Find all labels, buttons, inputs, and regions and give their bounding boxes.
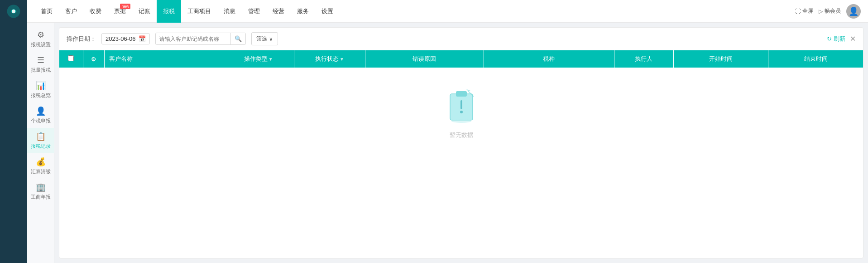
refresh-icon: ↻ bbox=[827, 35, 832, 42]
nav-item-首页[interactable]: 首页 bbox=[34, 0, 59, 23]
fullscreen-btn[interactable]: ⛶ 全屏 bbox=[795, 7, 813, 15]
sub-sidebar-label-3: 个税申报 bbox=[31, 117, 51, 124]
main-area: 首页客户收费票据new记账报税工商项目消息管理经营服务设置 ⛶ 全屏 ▷ 畅会员… bbox=[27, 0, 868, 263]
th-name: 客户名称 bbox=[104, 50, 223, 68]
svg-rect-3 bbox=[456, 91, 467, 97]
nav-item-票据[interactable]: 票据new bbox=[108, 0, 132, 23]
fullscreen-label: 全屏 bbox=[802, 7, 813, 15]
empty-icon bbox=[441, 86, 482, 127]
nav-item-收费[interactable]: 收费 bbox=[83, 0, 108, 23]
close-icon: ✕ bbox=[850, 35, 856, 43]
member-label: 畅会员 bbox=[825, 7, 841, 15]
topnav-right: ⛶ 全屏 ▷ 畅会员 👤 bbox=[795, 4, 861, 19]
fullscreen-icon: ⛶ bbox=[795, 8, 801, 15]
sub-sidebar-label-1: 批量报税 bbox=[31, 67, 51, 73]
sub-sidebar-icon-0: ⚙ bbox=[37, 30, 44, 40]
search-box: 🔍 bbox=[155, 33, 246, 45]
select-all-checkbox[interactable] bbox=[68, 55, 74, 61]
table-wrapper: ⚙ 客户名称 操作类型▼ 执行状态▼ 错误原因 税种 执行人 开始时间 结束时间 bbox=[59, 50, 863, 258]
svg-point-1 bbox=[12, 10, 15, 13]
sub-sidebar-icon-1: ☰ bbox=[37, 55, 44, 65]
top-navigation: 首页客户收费票据new记账报税工商项目消息管理经营服务设置 ⛶ 全屏 ▷ 畅会员… bbox=[27, 0, 868, 23]
user-avatar-icon: 👤 bbox=[849, 6, 858, 16]
search-button[interactable]: 🔍 bbox=[230, 33, 245, 44]
nav-item-消息[interactable]: 消息 bbox=[217, 0, 242, 23]
date-value: 2023-06-06 bbox=[106, 35, 136, 42]
nav-item-客户[interactable]: 客户 bbox=[59, 0, 83, 23]
sub-sidebar-item-个税申报[interactable]: 👤个税申报 bbox=[27, 102, 54, 128]
search-input[interactable] bbox=[156, 34, 230, 44]
filter-label: 筛选 bbox=[256, 35, 267, 43]
member-btn[interactable]: ▷ 畅会员 bbox=[819, 7, 841, 15]
calendar-icon: 📅 bbox=[139, 35, 146, 42]
nav-item-工商项目[interactable]: 工商项目 bbox=[181, 0, 217, 23]
th-status: 执行状态▼ bbox=[294, 50, 365, 68]
sub-sidebar-item-批量报税[interactable]: ☰批量报税 bbox=[27, 52, 54, 77]
nav-item-管理[interactable]: 管理 bbox=[242, 0, 266, 23]
empty-state: 暂无数据 bbox=[59, 68, 863, 157]
date-label: 操作日期： bbox=[67, 35, 96, 43]
toolbar: 操作日期： 2023-06-06 📅 🔍 筛选 ∨ ↻ bbox=[59, 28, 863, 50]
th-optype: 操作类型▼ bbox=[223, 50, 294, 68]
refresh-button[interactable]: ↻ 刷新 bbox=[827, 35, 845, 43]
th-executor: 执行人 bbox=[614, 50, 673, 68]
sub-sidebar-icon-4: 📋 bbox=[36, 132, 46, 141]
close-button[interactable]: ✕ bbox=[850, 34, 856, 43]
sub-sidebar-icon-2: 📊 bbox=[36, 81, 46, 91]
sub-sidebar-item-工商年报[interactable]: 🏢工商年报 bbox=[27, 179, 54, 204]
sub-sidebar-item-报税记录[interactable]: 📋报税记录 bbox=[27, 128, 54, 153]
nav-items: 首页客户收费票据new记账报税工商项目消息管理经营服务设置 bbox=[34, 0, 340, 23]
nav-item-报税[interactable]: 报税 bbox=[157, 0, 181, 23]
sub-sidebar-items: ⚙报税设置☰批量报税📊报税总览👤个税申报📋报税记录💰汇算清缴🏢工商年报 bbox=[27, 26, 54, 204]
sub-sidebar-label-6: 工商年报 bbox=[31, 194, 51, 200]
th-end-time: 结束时间 bbox=[768, 50, 863, 68]
sub-sidebar: ⚙报税设置☰批量报税📊报税总览👤个税申报📋报税记录💰汇算清缴🏢工商年报 bbox=[27, 23, 54, 263]
svg-marker-7 bbox=[466, 89, 470, 91]
nav-item-记账[interactable]: 记账 bbox=[132, 0, 157, 23]
th-checkbox bbox=[59, 50, 83, 68]
th-tax: 税种 bbox=[484, 50, 614, 68]
sub-sidebar-item-报税设置[interactable]: ⚙报税设置 bbox=[27, 26, 54, 52]
sub-sidebar-icon-3: 👤 bbox=[36, 106, 46, 116]
svg-point-8 bbox=[451, 119, 471, 123]
th-start-time: 开始时间 bbox=[673, 50, 768, 68]
sidebar-logo bbox=[0, 0, 27, 23]
nav-badge-票据: new bbox=[120, 4, 130, 10]
sub-sidebar-icon-5: 💰 bbox=[36, 157, 46, 167]
th-settings: ⚙ bbox=[83, 50, 104, 68]
table-header-row: ⚙ 客户名称 操作类型▼ 执行状态▼ 错误原因 税种 执行人 开始时间 结束时间 bbox=[59, 50, 863, 68]
refresh-label: 刷新 bbox=[834, 35, 845, 43]
filter-button[interactable]: 筛选 ∨ bbox=[251, 32, 278, 45]
chevron-down-icon: ∨ bbox=[269, 36, 273, 42]
settings-icon[interactable]: ⚙ bbox=[91, 56, 96, 63]
th-error: 错误原因 bbox=[365, 50, 484, 68]
play-icon: ▷ bbox=[819, 8, 823, 15]
nav-item-经营[interactable]: 经营 bbox=[266, 0, 291, 23]
date-picker[interactable]: 2023-06-06 📅 bbox=[101, 33, 150, 44]
sub-sidebar-label-5: 汇算清缴 bbox=[31, 168, 51, 175]
sub-sidebar-item-汇算清缴[interactable]: 💰汇算清缴 bbox=[27, 153, 54, 179]
records-table: ⚙ 客户名称 操作类型▼ 执行状态▼ 错误原因 税种 执行人 开始时间 结束时间 bbox=[59, 50, 863, 68]
nav-item-服务[interactable]: 服务 bbox=[291, 0, 315, 23]
search-icon: 🔍 bbox=[235, 35, 242, 42]
nav-item-设置[interactable]: 设置 bbox=[315, 0, 340, 23]
sub-sidebar-icon-6: 🏢 bbox=[36, 182, 46, 192]
toolbar-right: ↻ 刷新 ✕ bbox=[827, 34, 856, 43]
sub-sidebar-item-报税总览[interactable]: 📊报税总览 bbox=[27, 77, 54, 102]
main-panel: 操作日期： 2023-06-06 📅 🔍 筛选 ∨ ↻ bbox=[59, 27, 863, 258]
sub-sidebar-label-0: 报税设置 bbox=[31, 41, 51, 48]
svg-point-5 bbox=[460, 111, 463, 113]
sub-sidebar-label-2: 报税总览 bbox=[31, 92, 51, 99]
sidebar bbox=[0, 0, 27, 263]
empty-text: 暂无数据 bbox=[450, 131, 473, 139]
user-avatar[interactable]: 👤 bbox=[846, 4, 861, 19]
page-content: ⚙报税设置☰批量报税📊报税总览👤个税申报📋报税记录💰汇算清缴🏢工商年报 操作日期… bbox=[27, 23, 868, 263]
sub-sidebar-label-4: 报税记录 bbox=[31, 143, 51, 150]
svg-rect-4 bbox=[460, 100, 462, 109]
